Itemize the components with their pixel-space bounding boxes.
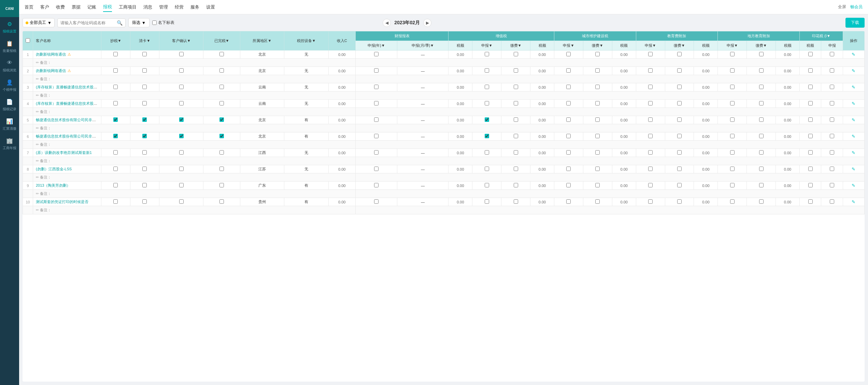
customer-confirm-checkbox[interactable]	[179, 134, 184, 138]
local-declare-checkbox[interactable]	[730, 134, 735, 138]
clear-card-checkbox[interactable]	[142, 167, 147, 171]
local-declare-checkbox[interactable]	[730, 199, 735, 204]
edu-declare-checkbox[interactable]	[648, 183, 653, 187]
edit-icon[interactable]: ✎	[852, 199, 855, 204]
vat-declare-checkbox[interactable]	[485, 101, 489, 105]
customer-confirm-checkbox[interactable]	[179, 85, 184, 89]
city-pay-checkbox[interactable]	[595, 68, 600, 73]
nav-tax[interactable]: 报税	[103, 2, 112, 12]
local-pay-checkbox[interactable]	[759, 85, 764, 89]
local-declare-checkbox[interactable]	[730, 150, 735, 155]
customer-confirm-checkbox[interactable]	[179, 150, 184, 155]
edit-icon[interactable]: ✎	[852, 52, 855, 57]
vat-pay-checkbox[interactable]	[514, 199, 518, 204]
edu-pay-checkbox[interactable]	[677, 183, 682, 187]
sidebar-item-personal-tax[interactable]: 👤 个税申报	[0, 75, 19, 95]
named-table-checkbox-label[interactable]: 名下标表	[152, 20, 174, 26]
local-declare-checkbox[interactable]	[730, 117, 735, 122]
copy-tax-checkbox[interactable]	[113, 117, 118, 122]
vat-declare-checkbox[interactable]	[485, 134, 489, 138]
stamp-declare-checkbox[interactable]	[808, 134, 813, 138]
clear-card-checkbox[interactable]	[142, 183, 147, 187]
copy-tax-checkbox[interactable]	[113, 68, 118, 73]
local-pay-checkbox[interactable]	[759, 199, 764, 204]
pencil-icon[interactable]: ✏	[36, 110, 39, 114]
nav-invoices[interactable]: 票据	[72, 3, 81, 12]
edu-declare-checkbox[interactable]	[648, 167, 653, 171]
copy-tax-checkbox[interactable]	[113, 52, 118, 56]
city-pay-checkbox[interactable]	[595, 134, 600, 138]
nav-fees[interactable]: 收费	[56, 3, 65, 12]
vat-declare-checkbox[interactable]	[485, 117, 489, 122]
city-declare-checkbox[interactable]	[566, 199, 571, 204]
report-year-checkbox[interactable]	[374, 68, 379, 73]
pencil-icon[interactable]: ✏	[36, 159, 39, 163]
nav-operations[interactable]: 经营	[175, 3, 184, 12]
copy-tax-checkbox[interactable]	[113, 183, 118, 187]
local-pay-checkbox[interactable]	[759, 150, 764, 155]
nav-settings[interactable]: 设置	[206, 3, 215, 12]
customer-confirm-checkbox[interactable]	[179, 68, 184, 73]
city-pay-checkbox[interactable]	[595, 85, 600, 89]
fullscreen-btn[interactable]: 全屏	[838, 4, 846, 10]
nav-home[interactable]: 首页	[25, 3, 33, 12]
copy-tax-checkbox[interactable]	[113, 85, 118, 89]
stamp-declare-checkbox[interactable]	[808, 150, 813, 155]
copy-tax-checkbox[interactable]	[113, 101, 118, 105]
customer-confirm-checkbox[interactable]	[179, 117, 184, 122]
report-year-checkbox[interactable]	[374, 134, 379, 138]
local-declare-checkbox[interactable]	[730, 183, 735, 187]
customer-confirm-checkbox[interactable]	[179, 52, 184, 56]
pencil-icon[interactable]: ✏	[36, 93, 39, 97]
edu-pay-checkbox[interactable]	[677, 167, 682, 171]
vat-pay-checkbox[interactable]	[514, 68, 518, 73]
customer-confirm-checkbox[interactable]	[179, 101, 184, 105]
vat-pay-checkbox[interactable]	[514, 52, 518, 56]
pencil-icon[interactable]: ✏	[36, 77, 39, 81]
tax-paid-checkbox[interactable]	[219, 52, 224, 56]
clear-card-checkbox[interactable]	[142, 85, 147, 89]
edu-declare-checkbox[interactable]	[648, 117, 653, 122]
nav-services[interactable]: 服务	[190, 3, 199, 12]
local-declare-checkbox[interactable]	[730, 167, 735, 171]
edu-declare-checkbox[interactable]	[648, 134, 653, 138]
sidebar-item-settlement[interactable]: 📊 汇算清缴	[0, 114, 19, 134]
tax-paid-checkbox[interactable]	[219, 199, 224, 204]
city-pay-checkbox[interactable]	[595, 150, 600, 155]
member-btn[interactable]: 畅会员	[850, 4, 863, 10]
vat-pay-checkbox[interactable]	[514, 150, 518, 155]
table-container[interactable]: 客户名称 抄税▼ 清卡▼ 客户确认▼ 已完税▼ 所属地区▼ 税控设备▼ 收入C …	[23, 31, 865, 382]
local-declare-checkbox[interactable]	[730, 85, 735, 89]
report-year-checkbox[interactable]	[374, 183, 379, 187]
edit-icon[interactable]: ✎	[852, 101, 855, 106]
city-pay-checkbox[interactable]	[595, 167, 600, 171]
edu-declare-checkbox[interactable]	[648, 85, 653, 89]
report-year-checkbox[interactable]	[374, 101, 379, 105]
city-declare-checkbox[interactable]	[566, 167, 571, 171]
date-next-btn[interactable]: ▶	[423, 19, 431, 27]
edu-pay-checkbox[interactable]	[677, 101, 682, 105]
customer-confirm-checkbox[interactable]	[179, 199, 184, 204]
vat-declare-checkbox[interactable]	[485, 167, 489, 171]
city-declare-checkbox[interactable]	[566, 68, 571, 73]
copy-tax-checkbox[interactable]	[113, 199, 118, 204]
clear-card-checkbox[interactable]	[142, 199, 147, 204]
sidebar-item-tax-browse[interactable]: 👁 报税浏览	[0, 56, 19, 75]
stamp-declare-checkbox[interactable]	[808, 199, 813, 204]
vat-pay-checkbox[interactable]	[514, 101, 518, 105]
vat-pay-checkbox[interactable]	[514, 85, 518, 89]
report-year-checkbox[interactable]	[374, 117, 379, 122]
edit-icon[interactable]: ✎	[852, 117, 855, 123]
pencil-icon[interactable]: ✏	[36, 142, 39, 146]
sidebar-item-tax-records[interactable]: 📄 报税记录	[0, 95, 19, 114]
download-button[interactable]: 下载	[845, 18, 865, 28]
clear-card-checkbox[interactable]	[142, 101, 147, 105]
edit-icon[interactable]: ✎	[852, 134, 855, 139]
stamp-amount-checkbox[interactable]	[830, 199, 834, 204]
date-prev-btn[interactable]: ◀	[383, 19, 391, 27]
stamp-declare-checkbox[interactable]	[808, 167, 813, 171]
stamp-amount-checkbox[interactable]	[830, 117, 834, 122]
clear-card-checkbox[interactable]	[142, 52, 147, 56]
stamp-declare-checkbox[interactable]	[808, 68, 813, 73]
employee-filter[interactable]: 全部员工 ▼	[23, 18, 55, 27]
